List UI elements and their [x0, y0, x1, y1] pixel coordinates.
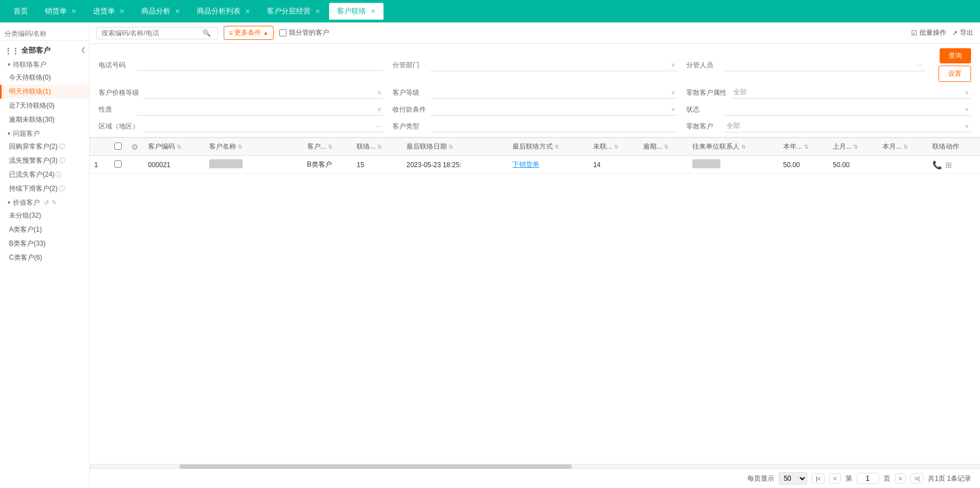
sidebar-item-b-class[interactable]: B类客户(33) — [0, 237, 89, 251]
query-button[interactable]: 查询 — [940, 48, 971, 63]
grid-action-icon[interactable]: ⊞ — [945, 160, 952, 169]
nav-customer-contact-close[interactable]: ✕ — [371, 8, 376, 15]
sidebar-item-a-class[interactable]: A类客户(1) — [0, 223, 89, 237]
prev-page-btn[interactable]: < — [829, 473, 840, 484]
total-records: 共1页 1条记录 — [928, 474, 971, 484]
sidebar-item-declining[interactable]: 持续下滑客户(2) ⓘ — [0, 182, 89, 196]
sort-last-date[interactable]: 最后联络日期 ⇅ — [406, 142, 503, 151]
td-code: 000021 — [144, 156, 205, 174]
sort-this-month[interactable]: 本月... ⇅ — [882, 142, 923, 151]
per-page-label: 每页显示 — [747, 474, 774, 484]
last-contact-way-link[interactable]: 下销货单 — [512, 160, 539, 168]
chevron-down-icon: ∨ — [671, 62, 675, 68]
sidebar-item-today-pending[interactable]: 今天待联络(0) — [0, 71, 89, 85]
per-page-select[interactable]: 50 100 200 — [779, 472, 807, 485]
search-input[interactable] — [101, 29, 202, 37]
problem-group-title: 问题客户 — [13, 129, 40, 139]
sort-last-month[interactable]: 上月... ⇅ — [833, 142, 873, 151]
sort-icon-unit-contact: ⇅ — [741, 144, 746, 150]
retail-customer-select[interactable]: 全部 ∨ — [724, 120, 971, 132]
gender-select[interactable]: ∨ — [137, 103, 383, 116]
customer-level-select[interactable]: ∨ — [431, 86, 677, 99]
sidebar-item-churned[interactable]: 已流失客户(24) ⓘ — [0, 168, 89, 182]
export-btn[interactable]: ↗ 导出 — [952, 28, 973, 38]
th-last-date-label: 最后联络日期 — [406, 142, 447, 151]
search-icon-main[interactable]: 🔍 — [202, 29, 211, 37]
filter-btn[interactable]: ≡ 更多条件 ▲ — [224, 26, 274, 40]
nav-customer-contact[interactable]: 客户联络 ✕ — [329, 3, 383, 20]
batch-ops-btn[interactable]: ☑ 批量操作 — [911, 28, 946, 38]
sidebar-group-problem: ▼ 问题客户 — [0, 127, 89, 140]
td-row-settings — [127, 156, 144, 174]
nav-product-list-close[interactable]: ✕ — [245, 8, 250, 15]
th-this-month: 本月... ⇅ — [878, 138, 928, 156]
sidebar: 🔍 ⋮⋮ 全部客户 《 ▼ 待联络客户 今天待联络(0) 明天待联络(1) 近7… — [0, 22, 90, 488]
retail-customer-label: 零散客户 — [686, 122, 720, 131]
edit-icon[interactable]: ✎ — [52, 199, 57, 206]
my-customers-checkbox-label[interactable]: 我分管的客户 — [279, 28, 329, 38]
area-dots-icon[interactable]: ··· — [376, 122, 381, 130]
nav-customer-layered-close[interactable]: ✕ — [315, 8, 320, 15]
sidebar-item-week-pending[interactable]: 近7天待联络(0) — [0, 99, 89, 113]
sidebar-search-input[interactable] — [4, 30, 89, 38]
sort-icon-this-year: ⇅ — [804, 144, 808, 150]
select-all-checkbox[interactable] — [114, 142, 122, 150]
sidebar-item-repurchase-abnormal[interactable]: 回购异常客户(2) ⓘ — [0, 140, 89, 154]
dept-select[interactable]: ∨ — [431, 59, 677, 71]
nav-home[interactable]: 首页 — [6, 3, 36, 20]
phone-action-icon[interactable]: 📞 — [932, 160, 942, 169]
nav-product-analysis-list[interactable]: 商品分析列表 ✕ — [189, 3, 258, 20]
nav-product-analysis-close[interactable]: ✕ — [175, 8, 180, 15]
nav-customer-layered[interactable]: 客户分层经营 ✕ — [259, 3, 328, 20]
last-page-btn[interactable]: >| — [910, 473, 923, 484]
c-class-label: C类客户(6) — [9, 253, 42, 263]
manager-dots-icon[interactable]: ··· — [917, 61, 923, 69]
customer-type-select[interactable] — [431, 120, 677, 132]
manager-select[interactable]: ··· — [724, 59, 925, 71]
sidebar-item-ungrouped[interactable]: 未分组(32) — [0, 209, 89, 223]
sort-unit-contact[interactable]: 往来单位联系人 ⇅ — [692, 142, 774, 151]
repurchase-label: 回购异常客户(2) — [9, 142, 58, 151]
refresh-icon[interactable]: ↺ — [44, 199, 49, 206]
nav-customer-contact-label: 客户联络 — [337, 6, 366, 16]
area-select[interactable]: ··· — [144, 120, 383, 132]
th-last-way-label: 最后联络方式 — [512, 142, 553, 151]
set-button[interactable]: 设置 — [939, 66, 971, 82]
nav-sales-close[interactable]: ✕ — [71, 8, 76, 15]
sidebar-item-c-class[interactable]: C类客户(6) — [0, 251, 89, 265]
churned-label: 已流失客户(24) — [9, 170, 54, 179]
sort-un-contact[interactable]: 未联... ⇅ — [593, 142, 634, 151]
sidebar-item-overdue-contact[interactable]: 逾期未联络(30) — [0, 113, 89, 127]
nav-sales-order[interactable]: 销货单 ✕ — [37, 3, 84, 20]
sort-code[interactable]: 客户编码 ⇅ — [148, 142, 200, 151]
sidebar-all-customers[interactable]: ⋮⋮ 全部客户 《 — [0, 43, 89, 58]
nav-purchase-order[interactable]: 进货单 ✕ — [85, 3, 132, 20]
phone-input[interactable] — [137, 60, 383, 71]
sort-this-year[interactable]: 本年... ⇅ — [783, 142, 824, 151]
scrollbar-thumb[interactable] — [179, 464, 572, 469]
sidebar-item-tomorrow-pending[interactable]: 明天待联络(1) — [0, 85, 89, 99]
sort-name[interactable]: 客户名称 ⇅ — [209, 142, 298, 151]
row-checkbox[interactable] — [114, 160, 122, 168]
status-select[interactable]: ∨ — [724, 103, 971, 116]
th-last-month-label: 上月... — [833, 142, 852, 151]
horizontal-scrollbar[interactable] — [90, 464, 980, 468]
sidebar-item-churn-warning[interactable]: 流失预警客户(3) ⓘ — [0, 154, 89, 168]
value-level-select[interactable]: ∨ — [144, 86, 383, 99]
main-layout: 🔍 ⋮⋮ 全部客户 《 ▼ 待联络客户 今天待联络(0) 明天待联络(1) 近7… — [0, 22, 980, 488]
nav-product-analysis[interactable]: 商品分析 ✕ — [133, 3, 188, 20]
column-settings-icon[interactable]: ⚙ — [131, 142, 138, 151]
sort-contact[interactable]: 联络... ⇅ — [357, 142, 397, 151]
first-page-btn[interactable]: |< — [812, 473, 825, 484]
filter-customer-level-row: 客户等级 ∨ — [392, 86, 677, 99]
sort-overdue[interactable]: 逾期... ⇅ — [643, 142, 684, 151]
filter-retail-attr-row: 零散客户属性 全部 ∨ — [686, 86, 971, 99]
page-input[interactable] — [857, 473, 879, 484]
nav-purchase-close[interactable]: ✕ — [119, 8, 124, 15]
sort-type[interactable]: 客户... ⇅ — [307, 142, 348, 151]
my-customers-checkbox[interactable] — [279, 29, 286, 36]
next-page-btn[interactable]: > — [895, 473, 906, 484]
sort-last-way[interactable]: 最后联络方式 ⇅ — [512, 142, 584, 151]
payment-select[interactable]: ∨ — [431, 103, 677, 116]
retail-attr-select[interactable]: 全部 ∨ — [731, 86, 971, 99]
